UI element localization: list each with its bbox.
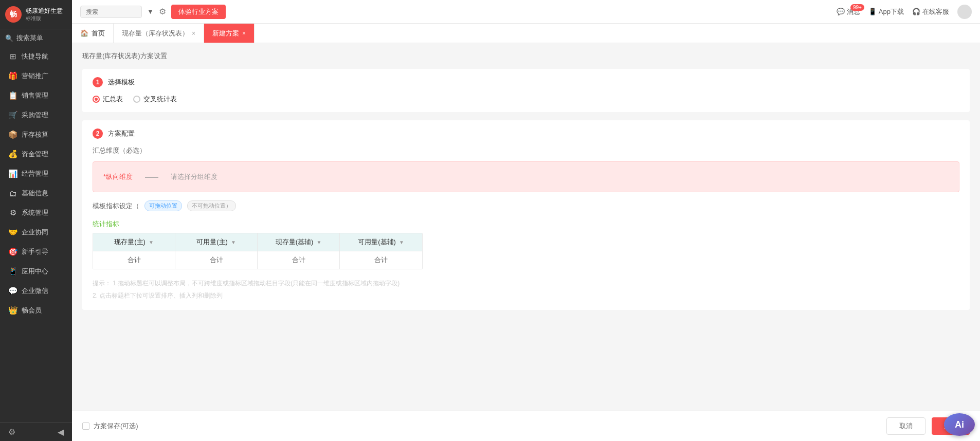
cancel-button[interactable]: 取消 — [886, 417, 925, 435]
member-icon: 👑 — [8, 306, 17, 315]
stats-header-1[interactable]: 可用量(主) ▼ — [175, 233, 257, 251]
stats-col-0: 现存量(主) ▼ — [93, 233, 175, 251]
tip-1: 提示： 1.拖动标题栏可以调整布局，不可跨维度或指标区域拖动栏目字段(只能在同一… — [93, 277, 959, 289]
quick-nav-icon: ⊞ — [8, 52, 17, 61]
ai-badge[interactable]: Ai — [944, 413, 975, 436]
sidebar-item-label: 企业协同 — [22, 228, 48, 237]
sidebar-item-wechat[interactable]: 💬 企业微信 — [0, 281, 72, 301]
sidebar-item-label: 资金管理 — [22, 150, 48, 159]
topbar-search-input[interactable] — [80, 6, 142, 18]
app-center-icon: 📱 — [8, 267, 17, 276]
industry-btn[interactable]: 体验行业方案 — [171, 5, 226, 19]
sidebar-item-cooperation[interactable]: 🤝 企业协同 — [0, 223, 72, 242]
settings-icon[interactable]: ⚙ — [8, 427, 15, 437]
sidebar-nav: ⊞ 快捷导航 🎁 营销推广 📋 销售管理 🛒 采购管理 📦 库存核算 💰 资金管… — [0, 47, 72, 422]
dim-placeholder[interactable]: 请选择分组维度 — [171, 172, 217, 181]
sidebar-item-finance[interactable]: 💰 资金管理 — [0, 144, 72, 164]
sidebar-item-guide[interactable]: 🎯 新手引导 — [0, 242, 72, 262]
msg-icon: 💬 — [837, 8, 845, 15]
step1-number: 1 — [93, 77, 103, 87]
sidebar-logo: 畅 畅康通好生意 标准版 — [0, 0, 72, 29]
app-download-button[interactable]: 📱 App下载 — [868, 7, 904, 16]
wechat-icon: 💬 — [8, 286, 17, 296]
non-draggable-badge: 不可拖动位置） — [187, 200, 236, 211]
col3-label: 可用量(基辅) — [358, 237, 396, 247]
col0-dropdown-icon[interactable]: ▼ — [149, 240, 154, 245]
tab-inventory-close[interactable]: × — [192, 30, 195, 37]
sidebar-item-base-info[interactable]: 🗂 基础信息 — [0, 183, 72, 203]
online-service-button[interactable]: 🎧 在线客服 — [912, 7, 949, 16]
sidebar-item-marketing[interactable]: 🎁 营销推广 — [0, 66, 72, 86]
col2-dropdown-icon[interactable]: ▼ — [316, 240, 321, 245]
user-avatar[interactable] — [957, 5, 972, 19]
guide-icon: 🎯 — [8, 247, 17, 256]
col1-label: 可用量(主) — [196, 237, 228, 247]
tab-new-scheme-close[interactable]: × — [242, 30, 246, 37]
sidebar-item-sales[interactable]: 📋 销售管理 — [0, 86, 72, 105]
step2-header: 2 方案配置 — [93, 128, 959, 139]
topbar-left: ▼ ⚙ 体验行业方案 — [80, 5, 226, 19]
ai-label: Ai — [955, 419, 964, 430]
step1-title: 选择模板 — [108, 78, 135, 87]
tab-home[interactable]: 🏠 首页 — [72, 24, 114, 43]
finance-icon: 💰 — [8, 150, 17, 159]
system-icon: ⚙ — [8, 208, 17, 217]
sidebar-item-label: 新手引导 — [22, 247, 48, 256]
sidebar-item-label: 销售管理 — [22, 91, 48, 100]
sidebar-item-label: 畅会员 — [22, 306, 42, 315]
stats-header-0[interactable]: 现存量(主) ▼ — [93, 233, 175, 251]
stats-col-3: 可用量(基辅) ▼ — [340, 233, 422, 251]
dim-required-text: *纵向维度 — [103, 172, 133, 181]
sidebar-item-quick-nav[interactable]: ⊞ 快捷导航 — [0, 47, 72, 66]
stats-header-3[interactable]: 可用量(基辅) ▼ — [340, 233, 422, 251]
msg-badge: 99+ — [850, 4, 864, 11]
sidebar-item-label: 基础信息 — [22, 189, 48, 198]
dim-arrow: —— — [145, 173, 158, 181]
sidebar-item-operation[interactable]: 📊 经营管理 — [0, 164, 72, 183]
logo-icon: 畅 — [5, 6, 22, 23]
tab-inventory-label: 现存量（库存状况表） — [122, 29, 189, 38]
sidebar-item-member[interactable]: 👑 畅会员 — [0, 301, 72, 320]
sidebar-item-label: 营销推广 — [22, 71, 48, 81]
tabs-bar: 🏠 首页 现存量（库存状况表） × 新建方案 × — [72, 24, 980, 43]
purchase-icon: 🛒 — [8, 111, 17, 120]
col1-dropdown-icon[interactable]: ▼ — [231, 240, 236, 245]
sound-icon[interactable]: ◀ — [58, 427, 64, 437]
save-checkbox[interactable] — [82, 422, 89, 430]
radio-summary[interactable]: 汇总表 — [93, 95, 123, 104]
tab-inventory-status[interactable]: 现存量（库存状况表） × — [114, 24, 204, 43]
sidebar-item-label: 企业微信 — [22, 286, 48, 296]
sidebar-item-label: 经营管理 — [22, 169, 48, 178]
step2-number: 2 — [93, 128, 103, 139]
stats-table-body: 合计 合计 合计 合计 — [93, 251, 422, 269]
topbar-gear-icon[interactable]: ⚙ — [159, 7, 166, 16]
sidebar-item-system[interactable]: ⚙ 系统管理 — [0, 203, 72, 223]
col0-label: 现存量(主) — [114, 237, 146, 247]
stats-header-2[interactable]: 现存量(基辅) ▼ — [258, 233, 339, 251]
sidebar-item-app-center[interactable]: 📱 应用中心 — [0, 262, 72, 281]
stats-body-col-0: 合计 — [93, 251, 175, 269]
radio-cross-label: 交叉统计表 — [143, 95, 177, 104]
topbar-dropdown[interactable]: ▼ — [147, 8, 154, 15]
tab-new-scheme[interactable]: 新建方案 × — [204, 24, 255, 43]
search-label: 搜索菜单 — [16, 33, 43, 43]
radio-cross[interactable]: 交叉统计表 — [133, 95, 177, 104]
radio-summary-circle — [93, 96, 100, 103]
step2-card: 2 方案配置 汇总维度（必选） *纵向维度 —— 请选择分组维度 模板指标设定（… — [82, 120, 970, 310]
tip-2: 2. 点击标题栏下拉可设置排序、插入列和删除列 — [93, 289, 959, 302]
sidebar-search[interactable]: 🔍 搜索菜单 — [0, 29, 72, 47]
search-icon: 🔍 — [5, 34, 13, 42]
col3-dropdown-icon[interactable]: ▼ — [399, 240, 404, 245]
save-label: 方案保存(可选) — [94, 421, 138, 431]
stats-body-3: 合计 — [340, 251, 422, 269]
topbar-right: 💬 消息 99+ 📱 App下载 🎧 在线客服 — [837, 5, 972, 19]
sidebar-item-label: 采购管理 — [22, 111, 48, 120]
dimension-area: *纵向维度 —— 请选择分组维度 — [93, 161, 959, 192]
phone-icon: 📱 — [868, 8, 877, 15]
sidebar-item-inventory[interactable]: 📦 库存核算 — [0, 125, 72, 144]
indicator-label-text: 模板指标设定（ — [93, 201, 139, 211]
msg-button[interactable]: 💬 消息 99+ — [837, 7, 860, 16]
sidebar-item-purchase[interactable]: 🛒 采购管理 — [0, 105, 72, 125]
tips-section: 提示： 1.拖动标题栏可以调整布局，不可跨维度或指标区域拖动栏目字段(只能在同一… — [93, 277, 959, 302]
sidebar-item-label: 系统管理 — [22, 208, 48, 217]
